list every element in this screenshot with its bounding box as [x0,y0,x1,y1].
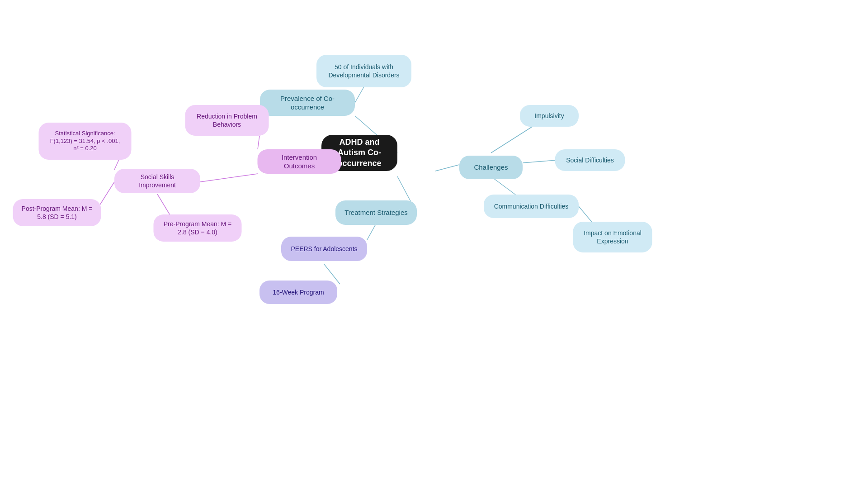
sixteen-week-node: 16-Week Program [259,281,337,304]
svg-line-8 [367,224,376,240]
challenges-node: Challenges [459,156,523,179]
impulsivity-node: Impulsivity [520,105,579,127]
svg-line-1 [355,87,364,103]
prevalence-node: Prevalence of Co-occurrence [260,90,355,116]
peers-adolescents-node: PEERS for Adolescents [281,237,367,261]
social-difficulties-node: Social Difficulties [555,149,625,171]
svg-line-2 [435,165,459,171]
treatment-strategies-node: Treatment Strategies [335,200,417,225]
intervention-outcomes-node: Intervention Outcomes [258,149,341,174]
svg-line-4 [523,160,556,163]
fifty-individuals-node: 50 of Individuals with Developmental Dis… [316,55,411,87]
impact-emotional-node: Impact on Emotional Expression [573,222,652,252]
svg-line-11 [258,136,259,149]
pre-program-node: Pre-Program Mean: M = 2.8 (SD = 4.0) [154,214,242,242]
social-skills-node: Social Skills Improvement [114,169,200,193]
svg-line-12 [200,174,258,182]
reduction-problem-node: Reduction in Problem Behaviors [185,105,269,136]
communication-difficulties-node: Communication Difficulties [484,195,579,218]
statistical-significance-node: Statistical Significance: F(1,123) = 31.… [39,123,132,160]
post-program-node: Post-Program Mean: M = 5.8 (SD = 5.1) [13,199,101,226]
